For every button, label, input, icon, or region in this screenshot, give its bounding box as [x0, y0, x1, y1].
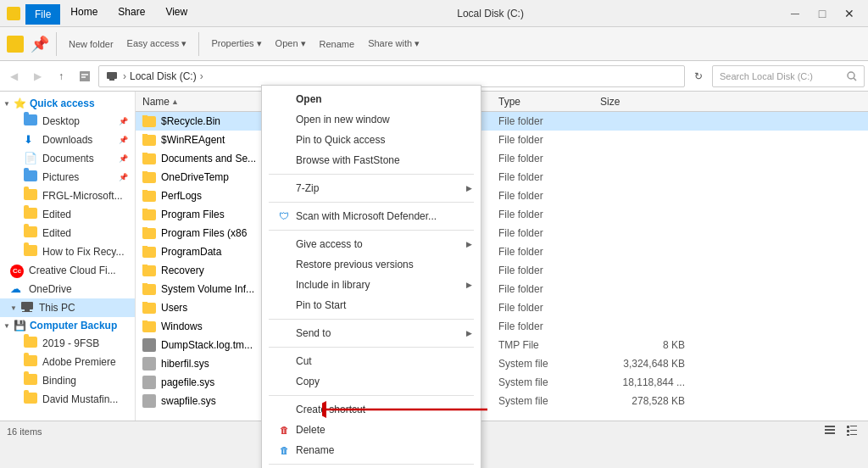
- thispc-expand: ▼: [10, 304, 17, 312]
- file-size-cell: 8 KB: [600, 339, 685, 351]
- forward-button[interactable]: ▶: [27, 66, 47, 86]
- file-row[interactable]: Windows File folder: [136, 317, 868, 336]
- sidebar-item-david[interactable]: David Mustafin...: [0, 390, 135, 409]
- toolbar-pin-icon[interactable]: 📌: [31, 35, 49, 53]
- details-view-button[interactable]: [843, 425, 861, 438]
- ctx-icon-rename: 🗑: [275, 445, 292, 455]
- sidebar-item-onedrive[interactable]: ☁ OneDrive: [0, 280, 135, 298]
- file-row[interactable]: hiberfil.sys System file 3,324,648 KB: [136, 354, 868, 373]
- col-header-type[interactable]: Type: [498, 96, 600, 108]
- sidebar-item-creative-cloud[interactable]: Cc Creative Cloud Fi...: [0, 261, 135, 280]
- ctx-label-send-to: Send to: [296, 327, 331, 339]
- toolbar-divider: [56, 32, 57, 56]
- sidebar-section-quick-access[interactable]: ▼ ⭐ Quick access: [0, 95, 135, 112]
- file-row[interactable]: DumpStack.log.tm... TMP File 8 KB: [136, 336, 868, 354]
- file-row[interactable]: OneDriveTemp File folder: [136, 168, 868, 187]
- file-row[interactable]: Recovery File folder: [136, 261, 868, 280]
- tab-view[interactable]: View: [155, 3, 198, 25]
- pictures-icon: [24, 170, 37, 184]
- file-rows-container: $Recycle.Bin 15/12/2022 6:27 PM File fol…: [136, 112, 868, 410]
- maximize-button[interactable]: □: [810, 2, 834, 25]
- sidebar-item-pictures[interactable]: Pictures 📌: [0, 168, 135, 187]
- ctx-item-copy[interactable]: Copy: [262, 371, 481, 392]
- 2019-icon: [24, 337, 37, 350]
- sidebar-item-desktop[interactable]: Desktop 📌: [0, 112, 135, 131]
- list-view-button[interactable]: [821, 425, 839, 438]
- onedrive-label: OneDrive: [29, 283, 72, 295]
- address-path[interactable]: › Local Disk (C:) ›: [98, 65, 685, 87]
- ctx-item-open[interactable]: Open: [262, 89, 481, 109]
- file-name-text: Windows: [161, 320, 203, 332]
- ctx-item-delete[interactable]: 🗑 Delete: [262, 420, 481, 440]
- ctx-item-restore-previous[interactable]: Restore previous versions: [262, 254, 481, 275]
- ctx-item-rename[interactable]: 🗑 Rename: [262, 440, 481, 460]
- tab-file[interactable]: File: [25, 4, 60, 25]
- folder-icon: [142, 153, 156, 164]
- sidebar-item-howto[interactable]: How to Fix Recy...: [0, 242, 135, 261]
- toolbar-properties[interactable]: Properties ▾: [206, 36, 266, 51]
- file-size-cell: 3,324,648 KB: [600, 358, 685, 370]
- ctx-item-give-access[interactable]: Give access to: [262, 234, 481, 254]
- svg-point-3: [848, 72, 854, 79]
- ctx-item-7zip[interactable]: 7-Zip: [262, 178, 481, 198]
- tab-home[interactable]: Home: [60, 3, 108, 25]
- file-name-text: OneDriveTemp: [161, 171, 229, 183]
- ctx-divider: [269, 202, 474, 203]
- item-count: 16 items: [7, 426, 42, 437]
- sidebar-item-this-pc[interactable]: ▼ This PC: [0, 298, 135, 317]
- search-box[interactable]: Search Local Disk (C:): [712, 65, 865, 87]
- ctx-item-scan-defender[interactable]: 🛡 Scan with Microsoft Defender...: [262, 206, 481, 226]
- sidebar-item-frgl[interactable]: FRGL-Microsoft...: [0, 187, 135, 205]
- file-row[interactable]: Program Files File folder: [136, 205, 868, 224]
- toolbar-share-with[interactable]: Share with ▾: [363, 36, 425, 51]
- sidebar-item-documents[interactable]: 📄 Documents 📌: [0, 149, 135, 168]
- svg-rect-14: [850, 430, 857, 431]
- file-row[interactable]: swapfile.sys System file 278,528 KB: [136, 392, 868, 410]
- sidebar-section-backup[interactable]: ▼ 💾 Computer Backup: [0, 317, 135, 334]
- ctx-item-browse-faststone[interactable]: Browse with FastStone: [262, 150, 481, 170]
- ctx-divider: [269, 347, 474, 348]
- toolbar-rename[interactable]: Rename: [314, 37, 360, 51]
- folder-icon: [142, 247, 156, 258]
- file-row[interactable]: PerfLogs File folder: [136, 187, 868, 205]
- file-row[interactable]: ProgramData File folder: [136, 242, 868, 261]
- sidebar-item-binding[interactable]: Binding: [0, 371, 135, 390]
- ctx-item-cut[interactable]: Cut: [262, 351, 481, 371]
- window-icon: [7, 7, 20, 20]
- file-row[interactable]: pagefile.sys System file 18,118,844 ...: [136, 373, 868, 392]
- red-arrow-indicator: [322, 401, 492, 418]
- minimize-button[interactable]: ─: [783, 2, 807, 25]
- close-button[interactable]: ✕: [837, 2, 861, 25]
- up-button[interactable]: ↑: [51, 66, 71, 86]
- file-name-text: swapfile.sys: [161, 395, 216, 407]
- documents-label: Documents: [42, 153, 94, 164]
- sidebar-item-downloads[interactable]: ⬇ Downloads 📌: [0, 131, 135, 149]
- sidebar-item-adobe[interactable]: Adobe Premiere: [0, 353, 135, 371]
- toolbar-open[interactable]: Open ▾: [270, 36, 311, 51]
- svg-rect-13: [847, 430, 849, 432]
- ctx-item-send-to[interactable]: Send to: [262, 323, 481, 343]
- back-button[interactable]: ◀: [3, 66, 24, 86]
- tab-share[interactable]: Share: [108, 3, 155, 25]
- ctx-item-include-library[interactable]: Include in library: [262, 275, 481, 295]
- recent-locations-button[interactable]: [76, 68, 93, 85]
- sidebar-item-edited2[interactable]: Edited: [0, 224, 135, 242]
- ctx-item-pin-quick-access[interactable]: Pin to Quick access: [262, 130, 481, 150]
- file-row[interactable]: System Volume Inf... File folder: [136, 280, 868, 298]
- file-row[interactable]: Documents and Se... File folder: [136, 149, 868, 168]
- toolbar-easy-access[interactable]: Easy access ▾: [122, 36, 192, 51]
- refresh-button[interactable]: ↻: [688, 66, 709, 86]
- ctx-item-pin-start[interactable]: Pin to Start: [262, 295, 481, 315]
- folder-icon: [142, 303, 156, 314]
- toolbar-new-folder[interactable]: New folder: [64, 37, 119, 51]
- window-title: Local Disk (C:): [198, 8, 783, 20]
- sidebar-item-2019[interactable]: 2019 - 9FSB: [0, 334, 135, 353]
- col-header-size[interactable]: Size: [600, 96, 685, 108]
- file-row[interactable]: $WinREAgent File folder: [136, 131, 868, 149]
- file-name-text: Recovery: [161, 265, 204, 276]
- file-row[interactable]: Users File folder: [136, 298, 868, 317]
- sidebar-item-edited1[interactable]: Edited: [0, 205, 135, 224]
- file-row[interactable]: Program Files (x86 File folder: [136, 224, 868, 242]
- file-row[interactable]: $Recycle.Bin 15/12/2022 6:27 PM File fol…: [136, 112, 868, 131]
- ctx-item-open-new-window[interactable]: Open in new window: [262, 109, 481, 130]
